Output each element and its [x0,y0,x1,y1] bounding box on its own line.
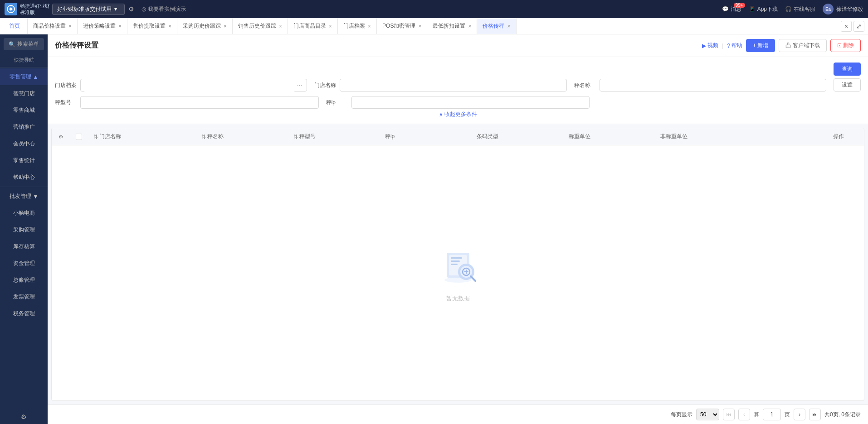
sidebar-item-marketing[interactable]: 营销推广 [0,119,48,135]
user-menu[interactable]: Ea 徐泽华修改 [823,4,863,14]
video-link[interactable]: ▶ 视频 [702,42,718,49]
archive-input-wrapper: ··· [80,79,307,92]
settings-icon[interactable]: ⚙ [128,5,134,13]
avatar: Ea [823,4,834,14]
demo-link[interactable]: ◎ 我要看实例演示 [141,5,186,13]
table-col-scale-ip: 秤ip [380,128,471,145]
sidebar-item-finance[interactable]: 资金管理 [0,255,48,272]
sidebar-item-wholesale[interactable]: 批发管理 ▼ [0,188,48,205]
ip-input[interactable] [351,96,590,109]
tab-purchase-history[interactable]: 采购历史价跟踪 × [177,18,233,34]
tab-store-archive[interactable]: 门店档案 × [338,18,377,34]
sidebar-item-ecommerce[interactable]: 小畅电商 [0,205,48,222]
messages-btn[interactable]: 💬 消息 99+ [722,5,741,13]
page-header-actions: ▶ 视频 | ? 帮助 + 新增 凸 客户端下载 ⊡ 删除 [702,39,861,52]
empty-state: 暂无数据 [52,145,864,400]
content-area: 价格传秤设置 ▶ 视频 | ? 帮助 + 新增 凸 客户端下载 ⊡ [48,34,868,424]
tab-home[interactable]: 首页 [2,18,28,34]
close-tab-btn[interactable]: × [841,21,852,32]
table-col-weight-unit: 称重单位 [563,128,655,145]
tab-store-catalog[interactable]: 门店商品目录 × [288,18,338,34]
per-page-select[interactable]: 10 20 50 100 [696,409,719,420]
query-button[interactable]: 查询 [834,63,861,76]
close-icon[interactable]: × [329,24,332,29]
model-input[interactable] [80,96,319,109]
sidebar-item-inventory[interactable]: 库存核算 [0,238,48,255]
table-header: ⚙ ⇅ 门店名称 ⇅ 秤名称 ⇅ 秤型号 秤ip 条码类型 称重单 [52,128,864,145]
sidebar-item-ledger[interactable]: 总账管理 [0,272,48,289]
archive-label: 门店档案 [55,82,77,89]
close-icon[interactable]: × [507,24,510,29]
close-icon[interactable]: × [468,24,471,29]
sidebar-item-retail-mall[interactable]: 零售商城 [0,102,48,119]
scale-name-input[interactable] [600,79,826,92]
sidebar-item-tax[interactable]: 税务管理 [0,305,48,322]
sidebar-item-smart-store[interactable]: 智慧门店 [0,85,48,102]
close-icon[interactable]: × [279,24,282,29]
first-page-btn[interactable]: ⏮ [723,409,735,420]
close-icon[interactable]: × [368,24,371,29]
tab-sale-history[interactable]: 销售历史价跟踪 × [233,18,288,34]
sidebar-item-member[interactable]: 会员中心 [0,135,48,152]
tab-purchase-strategy[interactable]: 进价策略设置 × [78,18,127,34]
tab-sale-extract[interactable]: 售价提取设置 × [127,18,177,34]
prev-page-btn[interactable]: ‹ [738,409,750,420]
next-page-btn[interactable]: › [794,409,805,420]
close-icon[interactable]: × [418,24,421,29]
version-selector[interactable]: 好业财标准版交付试用 ▾ [52,4,125,15]
tab-pos-encrypt[interactable]: POS加密管理 × [377,18,427,34]
empty-icon [435,244,481,289]
close-icon[interactable]: × [224,24,227,29]
logo-text: 畅捷通好业财 标准版 [20,3,50,16]
scale-name-label: 秤名称 [574,82,596,89]
sidebar-item-retail[interactable]: 零售管理 ▲ [0,68,48,85]
expand-tab-btn[interactable]: ⤢ [853,21,864,32]
page-input[interactable] [763,409,781,420]
table-col-checkbox[interactable] [70,128,88,145]
help-link[interactable]: ? 帮助 [727,42,742,49]
top-bar-right: 💬 消息 99+ 📱 App下载 🎧 在线客服 Ea 徐泽华修改 [722,4,863,14]
delete-button[interactable]: ⊡ 删除 [830,39,861,52]
collapse-row: ∧ 收起更多条件 [55,111,861,118]
sidebar: 🔍 搜索菜单 快捷导航 零售管理 ▲ 智慧门店 零售商城 营销推广 会员中心 零… [0,34,48,424]
table-col-scale-name: ⇅ 秤名称 [196,128,288,145]
close-icon[interactable]: × [168,24,171,29]
table-col-barcode: 条码类型 [471,128,563,145]
app-download-btn[interactable]: 📱 App下载 [749,5,778,13]
form-item-archive: 门店档案 ··· [55,79,307,92]
tab-product-price[interactable]: 商品价格设置 × [28,18,78,34]
sidebar-item-retail-stats[interactable]: 零售统计 [0,152,48,169]
table-col-gear[interactable]: ⚙ [52,128,70,145]
settings-button[interactable]: 设置 [834,78,861,92]
sidebar-item-help[interactable]: 帮助中心 [0,169,48,186]
sidebar-item-purchase[interactable]: 采购管理 [0,222,48,238]
quick-nav-btn[interactable]: 快捷导航 [0,54,48,66]
search-form: 门店档案 ··· 门店名称 秤名称 查询 [48,57,868,124]
online-service-btn[interactable]: 🎧 在线客服 [785,5,815,13]
tab-min-discount[interactable]: 最低折扣设置 × [427,18,477,34]
form-item-model: 秤型号 [55,96,319,109]
sidebar-item-invoice[interactable]: 发票管理 [0,289,48,305]
close-icon[interactable]: × [118,24,122,29]
collapse-btn[interactable]: ∧ 收起更多条件 [439,111,477,118]
archive-input[interactable] [83,79,295,92]
form-item-scale-name: 秤名称 [574,79,826,92]
top-bar: 畅捷通好业财 标准版 好业财标准版交付试用 ▾ ⚙ ◎ 我要看实例演示 💬 消息… [0,0,868,18]
tab-bar: 首页 商品价格设置 × 进价策略设置 × 售价提取设置 × 采购历史价跟踪 × … [0,18,868,34]
archive-dots-icon[interactable]: ··· [295,82,304,89]
add-button[interactable]: + 新增 [746,39,775,52]
sidebar-gear-icon[interactable]: ⚙ [21,413,27,420]
page-header: 价格传秤设置 ▶ 视频 | ? 帮助 + 新增 凸 客户端下载 ⊡ [48,34,868,57]
model-label: 秤型号 [55,99,77,106]
tab-actions: × ⤢ [841,21,866,32]
download-button[interactable]: 凸 客户端下载 [779,39,826,52]
select-all-checkbox[interactable] [76,134,82,140]
close-icon[interactable]: × [68,24,72,29]
form-row-2: 秤型号 秤ip [55,96,861,109]
store-name-input[interactable] [340,79,566,92]
tab-price-scale[interactable]: 价格传秤 × [477,18,516,34]
table-col-scale-model: ⇅ 秤型号 [288,128,380,145]
last-page-btn[interactable]: ⏭ [809,409,821,420]
search-menu-btn[interactable]: 🔍 搜索菜单 [4,38,44,50]
table-col-nonweight-unit: 非称重单位 [655,128,828,145]
